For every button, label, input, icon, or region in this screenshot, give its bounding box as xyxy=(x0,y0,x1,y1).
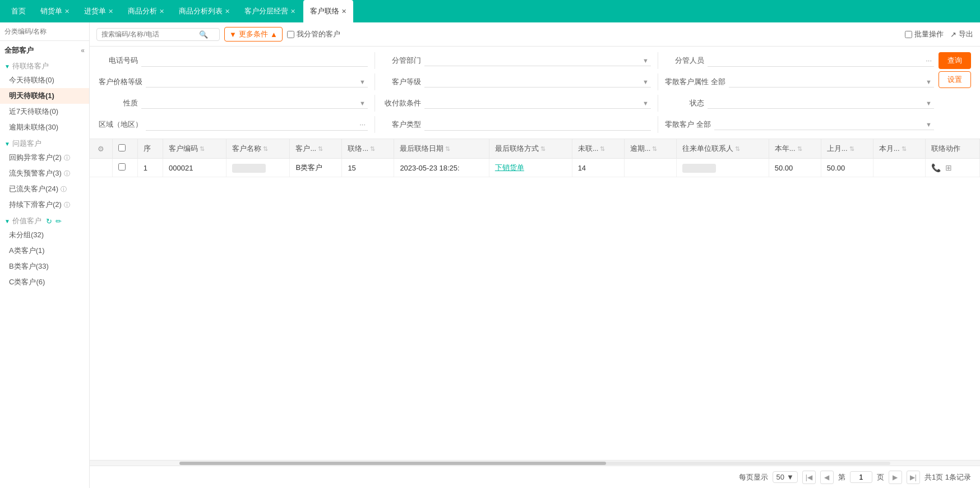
col-last-month[interactable]: 上月...⇅ xyxy=(821,139,873,159)
horizontal-scrollbar[interactable] xyxy=(90,460,980,466)
customer-type-input[interactable] xyxy=(424,118,651,131)
per-page-select[interactable]: 50 ▼ xyxy=(773,471,798,483)
sidebar-search-container: 🔍 xyxy=(0,22,89,41)
sidebar-item-abnormal-repurchase[interactable]: 回购异常客户(2) ⓘ xyxy=(0,150,89,165)
search-input[interactable] xyxy=(101,30,197,38)
per-page-label: 每页显示 xyxy=(739,472,768,482)
close-icon[interactable]: ✕ xyxy=(159,8,164,15)
sidebar-item-overdue-contact[interactable]: 逾期未联络(30) xyxy=(0,119,89,135)
filter-customer-level: 客户等级 ▼ xyxy=(382,77,651,88)
search-icon[interactable]: 🔍 xyxy=(199,30,208,39)
nav-tab-salesorder[interactable]: 销货单 ✕ xyxy=(34,0,76,22)
chevron-down-icon: ▼ xyxy=(359,79,366,85)
grid-action-icon[interactable]: ⊞ xyxy=(945,163,952,172)
price-level-select[interactable]: ▼ xyxy=(146,77,368,88)
batch-op-button[interactable]: 批量操作 xyxy=(905,29,944,39)
person-select[interactable]: ··· xyxy=(708,54,934,67)
table-row: 1 000021 B类客户 15 2023-05-23 18:25: 下销货单 … xyxy=(90,159,980,177)
filter-row-2: 客户价格等级 ▼ 客户等级 ▼ xyxy=(99,73,934,90)
close-icon[interactable]: ✕ xyxy=(290,8,295,15)
phone-input[interactable] xyxy=(141,54,368,67)
customer-level-select[interactable]: ▼ xyxy=(424,77,651,88)
more-filter-button[interactable]: ▼ 更多条件 ▲ xyxy=(224,27,283,42)
row-this-year: 50.00 xyxy=(769,159,821,177)
my-customers-checkbox[interactable]: 我分管的客户 xyxy=(287,29,340,39)
close-icon[interactable]: ✕ xyxy=(341,8,346,15)
col-overdue[interactable]: 逾期...⇅ xyxy=(624,139,676,159)
payment-select[interactable]: ▼ xyxy=(424,98,651,109)
col-customer-type[interactable]: 客户...⇅ xyxy=(290,139,342,159)
sidebar-item-class-a[interactable]: A类客户(1) xyxy=(0,243,89,259)
search-box: 🔍 xyxy=(96,28,220,41)
person-label: 分管人员 xyxy=(665,56,704,66)
collapse-icon[interactable]: « xyxy=(81,47,85,54)
col-this-year[interactable]: 本年...⇅ xyxy=(769,139,821,159)
filter-region: 区域（地区） ··· xyxy=(99,118,368,131)
customer-type-label: 客户类型 xyxy=(382,119,421,130)
phone-action-icon[interactable]: 📞 xyxy=(931,163,941,172)
sidebar-item-declining[interactable]: 持续下滑客户(2) ⓘ xyxy=(0,197,89,213)
dept-select[interactable]: ▼ xyxy=(424,56,651,66)
filter-phone: 电话号码 xyxy=(99,54,368,67)
retail-attr-select[interactable]: ▼ xyxy=(729,77,934,88)
next-page-button[interactable]: ▶ xyxy=(889,471,902,484)
nav-home[interactable]: 首页 xyxy=(4,0,33,22)
sidebar-search-input[interactable] xyxy=(4,27,89,35)
query-button[interactable]: 查询 xyxy=(939,52,971,69)
filter-status: 状态 ▼ xyxy=(665,98,934,109)
nav-tab-product-analysis[interactable]: 商品分析 ✕ xyxy=(121,0,171,22)
col-customer-name[interactable]: 客户名称⇅ xyxy=(226,139,290,159)
nav-tab-product-analysis-list[interactable]: 商品分析列表 ✕ xyxy=(172,0,237,22)
nav-tab-customer-tier[interactable]: 客户分层经营 ✕ xyxy=(238,0,302,22)
col-last-contact-method[interactable]: 最后联络方式⇅ xyxy=(489,139,572,159)
last-page-button[interactable]: ▶| xyxy=(907,471,920,484)
nature-select[interactable]: ▼ xyxy=(141,98,368,109)
col-no-contact[interactable]: 未联...⇅ xyxy=(572,139,624,159)
first-page-button[interactable]: |◀ xyxy=(802,471,816,484)
select-all-checkbox[interactable] xyxy=(118,144,126,151)
col-customer-code[interactable]: 客户编码⇅ xyxy=(163,139,226,159)
col-settings[interactable]: ⚙ xyxy=(90,139,112,159)
nav-tab-purchaseorder[interactable]: 进货单 ✕ xyxy=(77,0,120,22)
col-unit-contact[interactable]: 往来单位联系人⇅ xyxy=(676,139,769,159)
chevron-up-icon: ▲ xyxy=(270,30,278,39)
close-icon[interactable]: ✕ xyxy=(225,8,230,15)
setting-button[interactable]: 设置 xyxy=(939,71,971,88)
prev-page-button[interactable]: ◀ xyxy=(820,471,834,484)
per-page-value: 50 xyxy=(776,473,784,481)
col-contact-count[interactable]: 联络...⇅ xyxy=(342,139,394,159)
sidebar-item-churned[interactable]: 已流失客户(24) ⓘ xyxy=(0,181,89,197)
sidebar-item-ungrouped[interactable]: 未分组(32) xyxy=(0,227,89,243)
retail-customer-select[interactable]: ▼ xyxy=(714,119,934,130)
chevron-down-icon: ▼ xyxy=(642,100,649,107)
sidebar-item-class-b[interactable]: B类客户(33) xyxy=(0,259,89,274)
export-icon: ↗ xyxy=(950,30,956,39)
group-value-customer: ▼ 价值客户 ↻ ✏ xyxy=(0,213,89,227)
all-customers-section[interactable]: 全部客户 « xyxy=(0,41,89,58)
batch-checkbox[interactable] xyxy=(905,31,912,38)
close-icon[interactable]: ✕ xyxy=(108,8,113,15)
last-contact-method-link[interactable]: 下销货单 xyxy=(495,163,524,172)
edit-icon[interactable]: ✏ xyxy=(56,217,62,225)
sidebar-item-tomorrow-contact[interactable]: 明天待联络(1) xyxy=(0,88,89,104)
export-button[interactable]: ↗ 导出 xyxy=(950,29,973,39)
nav-tab-customer-contact[interactable]: 客户联络 ✕ xyxy=(303,0,353,22)
status-select[interactable]: ▼ xyxy=(708,98,934,109)
sidebar-item-churn-warning[interactable]: 流失预警客户(3) ⓘ xyxy=(0,165,89,181)
scrollbar-thumb[interactable] xyxy=(179,462,606,465)
row-last-month: 50.00 xyxy=(821,159,873,177)
more-icon: ··· xyxy=(926,56,932,65)
my-customers-check-input[interactable] xyxy=(287,31,294,38)
sort-icon: ⇅ xyxy=(902,145,907,153)
row-select-checkbox[interactable] xyxy=(118,163,126,171)
more-icon: ··· xyxy=(359,120,366,128)
col-last-contact-date[interactable]: 最后联络日期⇅ xyxy=(394,139,489,159)
sidebar-item-class-c[interactable]: C类客户(6) xyxy=(0,274,89,290)
col-this-month[interactable]: 本月...⇅ xyxy=(873,139,925,159)
region-select[interactable]: ··· xyxy=(146,118,368,131)
sidebar-item-today-contact[interactable]: 今天待联络(0) xyxy=(0,72,89,88)
refresh-icon[interactable]: ↻ xyxy=(46,217,52,225)
sidebar-item-7day-contact[interactable]: 近7天待联络(0) xyxy=(0,104,89,119)
close-icon[interactable]: ✕ xyxy=(64,8,70,15)
page-input[interactable] xyxy=(850,471,872,483)
